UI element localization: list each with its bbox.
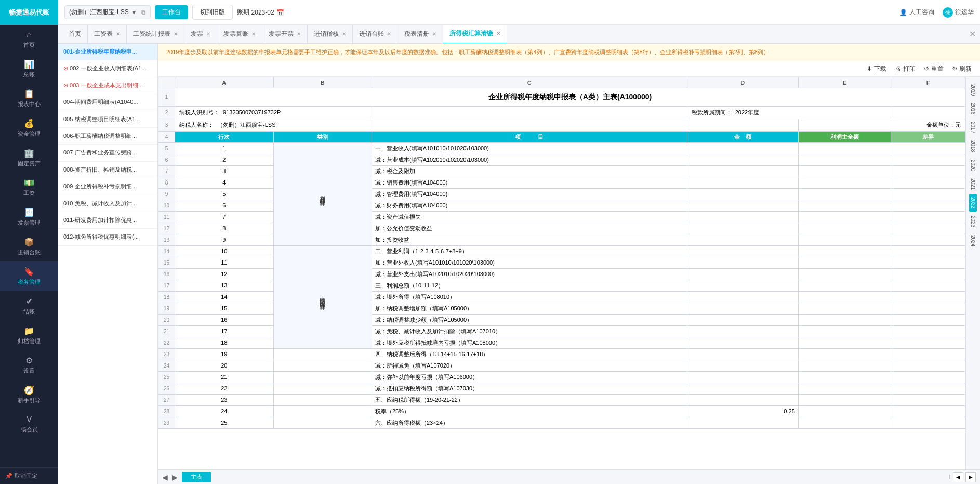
diff-cell[interactable]	[891, 234, 965, 245]
diff-cell[interactable]	[891, 405, 965, 417]
item-cell[interactable]: 减：所得减免（填写A107020）	[372, 360, 687, 371]
diff-cell[interactable]	[891, 211, 965, 223]
pin-toggle[interactable]: 📌 取消固定	[0, 468, 58, 484]
list-item-008[interactable]: 008-资产折旧、摊销及纳税...	[58, 162, 157, 178]
profit-cell[interactable]	[798, 348, 891, 360]
tab-invoice-open[interactable]: 发票开票 ✕	[262, 25, 308, 44]
item-cell[interactable]: 加：纳税调整增加额（填写A105000）	[372, 303, 687, 314]
sidebar-item-report[interactable]: 📋 报表中心	[0, 84, 58, 113]
profit-cell[interactable]	[798, 417, 891, 428]
profit-cell[interactable]	[798, 337, 891, 348]
list-item-001[interactable]: 001-企业所得税年度纳税申...	[58, 44, 157, 60]
profit-cell[interactable]	[798, 325, 891, 337]
diff-cell[interactable]	[891, 337, 965, 348]
amount-cell[interactable]	[687, 360, 798, 371]
tab-payroll-stat[interactable]: 工资统计报表 ✕	[127, 25, 184, 44]
workbench-button[interactable]: 工作台	[155, 5, 188, 19]
amount-cell[interactable]	[687, 142, 798, 154]
service-item[interactable]: 👤 人工咨询	[899, 8, 934, 17]
list-item-010[interactable]: 010-免税、减计收入及加计...	[58, 195, 157, 212]
tab-purchase-ledger[interactable]: 进销台账 ✕	[353, 25, 398, 44]
item-cell[interactable]: 四、纳税调整后所得（13-14+15-16-17+18）	[372, 348, 687, 360]
download-button[interactable]: ⬇ 下载	[867, 64, 886, 73]
profit-cell[interactable]	[798, 268, 891, 280]
item-cell[interactable]: 减：营业成本(填写A102010\102020\103000)	[372, 154, 687, 165]
tab-income-tax[interactable]: 所得税汇算清缴 ✕	[443, 25, 507, 44]
sidebar-item-guide[interactable]: 🧭 新手引导	[0, 380, 58, 410]
year-item-2016[interactable]: 2016	[969, 100, 977, 117]
profit-cell[interactable]	[798, 188, 891, 200]
profit-cell[interactable]	[798, 371, 891, 383]
item-cell[interactable]: 一、营业收入(填写A101010\101020\103000)	[372, 142, 687, 154]
profit-cell[interactable]	[798, 165, 891, 177]
amount-cell[interactable]	[687, 234, 798, 245]
sheet-tab-main[interactable]: 主表	[182, 472, 211, 482]
amount-cell[interactable]	[687, 348, 798, 360]
sheet-nav-right[interactable]: ▶	[172, 473, 178, 481]
sidebar-item-member[interactable]: V 畅会员	[0, 410, 58, 439]
tab-close-icon[interactable]: ✕	[174, 31, 178, 37]
diff-cell[interactable]	[891, 154, 965, 165]
sidebar-item-home[interactable]: ⌂ 首页	[0, 25, 58, 54]
diff-cell[interactable]	[891, 142, 965, 154]
item-cell[interactable]: 减：财务费用(填写A104000)	[372, 200, 687, 211]
amount-cell[interactable]	[687, 245, 798, 257]
amount-cell[interactable]: 0.25	[687, 405, 798, 417]
list-item-006[interactable]: 006-职工薪酬纳税调整明细...	[58, 128, 157, 145]
diff-cell[interactable]	[891, 268, 965, 280]
item-cell[interactable]: 税率（25%）	[372, 405, 687, 417]
amount-cell[interactable]	[687, 200, 798, 211]
tab-purchase-check[interactable]: 进销稽核 ✕	[308, 25, 353, 44]
amount-cell[interactable]	[687, 223, 798, 234]
amount-cell[interactable]	[687, 268, 798, 280]
profit-cell[interactable]	[798, 142, 891, 154]
item-cell[interactable]: 减：境外所得（填写A108010）	[372, 291, 687, 303]
close-all-icon[interactable]: ✕	[969, 29, 976, 39]
profit-cell[interactable]	[798, 257, 891, 268]
item-cell[interactable]: 减：资产减值损失	[372, 211, 687, 223]
switch-version-button[interactable]: 切到旧版	[192, 5, 233, 20]
item-cell[interactable]: 二、营业利润（1-2-3-4-5-6-7+8+9）	[372, 245, 687, 257]
amount-cell[interactable]	[687, 325, 798, 337]
diff-cell[interactable]	[891, 394, 965, 405]
item-cell[interactable]: 减：营业外支出(填写A102010\102020\103000)	[372, 268, 687, 280]
profit-cell[interactable]	[798, 200, 891, 211]
amount-cell[interactable]	[687, 188, 798, 200]
profit-cell[interactable]	[798, 291, 891, 303]
item-cell[interactable]: 三、利润总额（10-11-12）	[372, 280, 687, 291]
year-item-2021[interactable]: 2021	[969, 175, 977, 193]
item-cell[interactable]: 减：销售费用(填写A104000)	[372, 177, 687, 188]
list-item-002[interactable]: ⊘ 002-一般企业收入明细表(A1...	[58, 60, 157, 77]
profit-cell[interactable]	[798, 360, 891, 371]
sidebar-item-payroll[interactable]: 💵 工资	[0, 173, 58, 202]
profit-cell[interactable]	[798, 154, 891, 165]
sheet-area[interactable]: A B C D E F 1 企业所	[158, 77, 965, 470]
profit-cell[interactable]	[798, 211, 891, 223]
list-item-009[interactable]: 009-企业所得税补亏损明细...	[58, 178, 157, 195]
reset-button[interactable]: ↺ 重置	[924, 64, 944, 73]
amount-cell[interactable]	[687, 371, 798, 383]
diff-cell[interactable]	[891, 303, 965, 314]
amount-cell[interactable]	[687, 303, 798, 314]
list-item-012[interactable]: 012-减免所得税优惠明细表(...	[58, 229, 157, 245]
print-button[interactable]: 🖨 打印	[895, 64, 916, 73]
diff-cell[interactable]	[891, 371, 965, 383]
diff-cell[interactable]	[891, 360, 965, 371]
tab-invoice[interactable]: 发票 ✕	[184, 25, 217, 44]
scroll-right-button[interactable]: ▶	[965, 472, 976, 482]
profit-cell[interactable]	[798, 223, 891, 234]
item-cell[interactable]: 减：境外应税所得抵减境内亏损（填写A108000）	[372, 337, 687, 348]
diff-cell[interactable]	[891, 280, 965, 291]
sidebar-item-asset[interactable]: 🏢 固定资产	[0, 143, 58, 173]
profit-cell[interactable]	[798, 245, 891, 257]
diff-cell[interactable]	[891, 314, 965, 325]
item-cell[interactable]: 减：税金及附加	[372, 165, 687, 177]
diff-cell[interactable]	[891, 200, 965, 211]
amount-cell[interactable]	[687, 211, 798, 223]
sidebar-item-fund[interactable]: 💰 资金管理	[0, 113, 58, 143]
item-cell[interactable]: 加：营业外收入(填写A101010\101020\103000)	[372, 257, 687, 268]
diff-cell[interactable]	[891, 291, 965, 303]
tab-invoice-calc[interactable]: 发票算账 ✕	[217, 25, 262, 44]
amount-cell[interactable]	[687, 383, 798, 394]
year-item-2023[interactable]: 2023	[969, 213, 977, 230]
